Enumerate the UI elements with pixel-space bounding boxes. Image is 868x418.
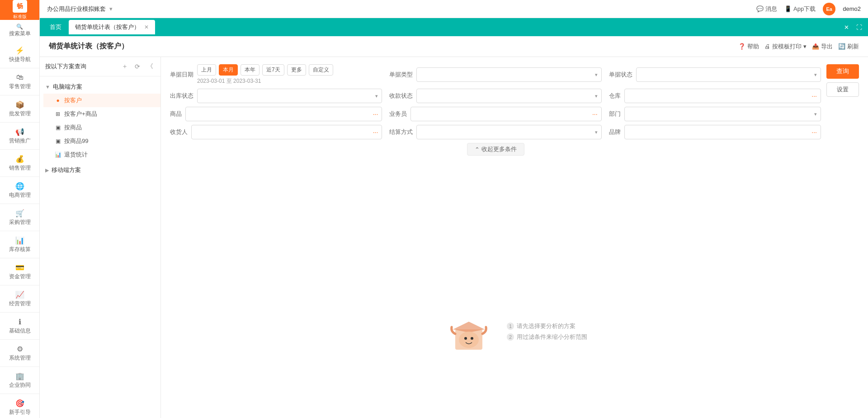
doc-type-label: 单据类型: [389, 71, 413, 79]
scheme-item-by-product[interactable]: ▣ 按商品: [43, 121, 160, 134]
scheme-item-by-customer-product[interactable]: ⊞ 按客户+商品: [43, 107, 160, 121]
sidebar-item-ecommerce[interactable]: 🌐 电商管理: [0, 177, 39, 204]
topbar-left: 办公用品行业模拟账套 ▾: [47, 5, 113, 13]
tab-close-icon[interactable]: ✕: [144, 24, 149, 30]
print-icon: 🖨: [764, 43, 770, 50]
sidebar-item-basic-info[interactable]: ℹ 基础信息: [0, 313, 39, 340]
scheme-add-btn[interactable]: ＋: [120, 62, 130, 71]
out-status-select[interactable]: ▾: [197, 89, 382, 103]
refresh-icon: 🔄: [838, 43, 845, 50]
settlement-select[interactable]: ▾: [416, 125, 601, 139]
tab-active[interactable]: 销货单统计表（按客户） ✕: [69, 20, 155, 34]
scheme-collapse-icon[interactable]: 《: [145, 62, 155, 71]
collapse-filter-btn[interactable]: ⌃ 收起更多条件: [467, 143, 524, 156]
export-btn[interactable]: 📤 导出: [812, 43, 833, 51]
refresh-btn[interactable]: 🔄 刷新: [838, 43, 859, 51]
topbar-dropdown-icon[interactable]: ▾: [109, 5, 113, 12]
tab-close-window-btn[interactable]: ✕: [841, 22, 852, 33]
sidebar: 畅 标准版 🔍 搜索菜单 ⚡ 快捷导航 🛍 零售管理 📦 批发管理 📢 营销推广…: [0, 0, 40, 418]
filter-receipt-status: 收款状态 ▾: [389, 89, 601, 103]
scheme-group-pc-header[interactable]: ▼ 电脑端方案: [40, 80, 160, 94]
salesperson-label: 业务员: [389, 110, 407, 118]
settings-btn[interactable]: 设置: [826, 82, 859, 97]
date-btn-custom[interactable]: 自定义: [309, 64, 333, 76]
sidebar-item-search[interactable]: 🔍 搜索菜单: [0, 20, 39, 41]
app-download-btn[interactable]: 📱 App下载: [784, 5, 816, 13]
filter-row-1: 单据日期 上月 本月 本年 近7天 更多 自定义: [170, 64, 821, 85]
date-btn-more[interactable]: 更多: [287, 64, 306, 76]
sidebar-item-system[interactable]: ⚙ 系统管理: [0, 340, 39, 367]
query-btn[interactable]: 查询: [826, 64, 859, 79]
doc-type-select[interactable]: ▾: [416, 67, 601, 82]
product-label: 商品: [170, 110, 182, 118]
scheme-group-pc: ▼ 电脑端方案 ● 按客户 ⊞ 按客户+商品: [40, 80, 160, 162]
scheme-item-by-customer[interactable]: ● 按客户: [43, 94, 160, 107]
marketing-icon: 📢: [15, 127, 24, 136]
user-avatar[interactable]: Ea: [823, 3, 835, 15]
receipt-status-arrow-icon: ▾: [595, 93, 598, 99]
sidebar-item-operations[interactable]: 📈 经营管理: [0, 285, 39, 313]
receipt-status-label: 收款状态: [389, 92, 413, 100]
inventory-icon: 📊: [15, 236, 24, 245]
guide-icon: 🎯: [15, 399, 24, 408]
help-btn[interactable]: ❓ 帮助: [738, 43, 759, 51]
dept-select[interactable]: ▾: [624, 107, 821, 121]
message-icon: 💬: [756, 5, 764, 12]
scheme-item-return-stats[interactable]: 📊 退货统计: [43, 148, 160, 162]
tab-home[interactable]: 首页: [43, 20, 68, 34]
date-btn-7days[interactable]: 近7天: [262, 64, 284, 76]
scheme-header-actions: ＋ ⟳ 《: [120, 62, 155, 71]
settlement-arrow-icon: ▾: [595, 129, 598, 135]
warehouse-dots-icon[interactable]: ···: [811, 92, 817, 100]
scheme-group-mobile-header[interactable]: ▶ 移动端方案: [40, 163, 160, 177]
scheme-refresh-icon[interactable]: ⟳: [132, 62, 142, 71]
filter-dept: 部门 ▾: [609, 107, 821, 121]
consignee-dots-icon[interactable]: ···: [373, 128, 378, 136]
salesperson-dots-icon[interactable]: ···: [592, 110, 598, 118]
print-btn[interactable]: 🖨 按模板打印 ▾: [764, 43, 807, 51]
date-label: 单据日期: [170, 71, 193, 79]
doc-status-select[interactable]: ▾: [636, 67, 821, 82]
sidebar-item-finance[interactable]: 💳 资金管理: [0, 258, 39, 285]
sidebar-item-sales[interactable]: 💰 销售管理: [0, 150, 39, 177]
sidebar-item-inventory[interactable]: 📊 库存核算: [0, 231, 39, 258]
sidebar-item-purchase[interactable]: 🛒 采购管理: [0, 204, 39, 231]
consignee-label: 收货人: [170, 128, 188, 136]
return-stats-icon: 📊: [54, 151, 61, 158]
filter-warehouse: 仓库 ···: [609, 89, 821, 103]
receipt-status-select[interactable]: ▾: [416, 89, 601, 103]
sidebar-item-quick-nav[interactable]: ⚡ 快捷导航: [0, 41, 39, 68]
scheme-body: ▼ 电脑端方案 ● 按客户 ⊞ 按客户+商品: [40, 76, 160, 418]
tab-fullscreen-btn[interactable]: ⛶: [854, 22, 864, 33]
right-panel: 单据日期 上月 本月 本年 近7天 更多 自定义: [161, 57, 868, 418]
salesperson-input[interactable]: ···: [410, 107, 601, 121]
brand-dots-icon[interactable]: ···: [811, 128, 817, 136]
date-btn-this-year[interactable]: 本年: [241, 64, 259, 76]
group-arrow-down-icon: ▼: [45, 84, 50, 90]
filter-row-3: 商品 ··· 业务员: [170, 107, 821, 121]
date-btn-this-month[interactable]: 本月: [219, 64, 238, 76]
sidebar-item-wholesale[interactable]: 📦 批发管理: [0, 95, 39, 123]
sidebar-item-enterprise[interactable]: 🏢 企业协同: [0, 367, 39, 394]
filter-settlement: 结算方式 ▾: [389, 125, 601, 139]
user-name[interactable]: demo2: [843, 5, 861, 12]
collapse-icon: ⌃: [475, 146, 480, 153]
warehouse-input[interactable]: ···: [624, 89, 821, 103]
filter-row-4: 收货人 ··· 结算方式: [170, 125, 821, 139]
brand-input[interactable]: ···: [624, 125, 821, 139]
page-content: 销货单统计表（按客户） ❓ 帮助 🖨 按模板打印 ▾ 📤 导出 🔄 刷新: [40, 36, 868, 418]
scheme-title: 按以下方案查询: [45, 62, 86, 71]
product-input[interactable]: ···: [185, 107, 382, 121]
product-dots-icon[interactable]: ···: [373, 110, 378, 118]
group-arrow-right-icon: ▶: [45, 167, 49, 173]
date-btn-last-month[interactable]: 上月: [197, 64, 216, 76]
help-icon: ❓: [738, 43, 745, 50]
sidebar-item-marketing[interactable]: 📢 营销推广: [0, 123, 39, 150]
consignee-input[interactable]: ···: [191, 125, 382, 139]
message-btn[interactable]: 💬 消息: [756, 5, 777, 13]
hint-number-1: 1: [507, 323, 514, 330]
scheme-item-by-product-99[interactable]: ▣ 按商品99: [43, 134, 160, 148]
sidebar-item-guide[interactable]: 🎯 新手引导: [0, 394, 39, 418]
content-body: 按以下方案查询 ＋ ⟳ 《 ▼ 电脑端方案: [40, 57, 868, 418]
sidebar-item-retail[interactable]: 🛍 零售管理: [0, 68, 39, 95]
